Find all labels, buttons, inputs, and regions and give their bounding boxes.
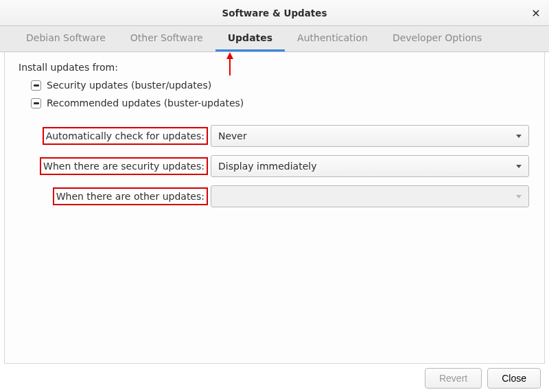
titlebar: Software & Updates ✕ (0, 0, 549, 26)
checkbox-security-updates[interactable]: Security updates (buster/updates) (31, 80, 530, 91)
chevron-down-icon (516, 135, 522, 138)
other-updates-label: When there are other updates: (19, 187, 211, 205)
security-updates-value: Display immediately (218, 161, 316, 172)
checkbox-recommended-updates[interactable]: Recommended updates (buster-updates) (31, 97, 530, 108)
close-icon[interactable]: ✕ (530, 7, 542, 19)
footer: Revert Close (0, 364, 549, 392)
chevron-down-icon (516, 165, 522, 168)
install-from-label: Install updates from: (19, 62, 530, 73)
auto-check-dropdown[interactable]: Never (211, 125, 529, 147)
auto-check-value: Never (218, 130, 247, 141)
checkbox-security-label: Security updates (buster/updates) (47, 80, 211, 91)
chevron-down-icon (516, 195, 522, 198)
tabbar: Debian Software Other Software Updates A… (0, 26, 549, 52)
tab-authentication[interactable]: Authentication (285, 25, 380, 51)
checkbox-recommended-label: Recommended updates (buster-updates) (47, 97, 244, 108)
tab-updates[interactable]: Updates (215, 25, 285, 51)
content-pane: Install updates from: Security updates (… (4, 52, 545, 364)
annotation-arrow-icon (224, 52, 235, 77)
checkbox-indeterminate-icon (31, 98, 41, 108)
security-updates-dropdown[interactable]: Display immediately (211, 155, 529, 177)
security-updates-label: When there are security updates: (19, 157, 211, 175)
auto-check-label: Automatically check for updates: (19, 127, 211, 145)
close-button[interactable]: Close (487, 368, 541, 389)
tab-debian-software[interactable]: Debian Software (14, 25, 118, 51)
tab-other-software[interactable]: Other Software (118, 25, 215, 51)
other-updates-dropdown (211, 185, 529, 207)
svg-marker-1 (226, 52, 233, 59)
revert-button: Revert (425, 368, 482, 389)
checkbox-indeterminate-icon (31, 80, 41, 91)
options-grid: Automatically check for updates: Never W… (19, 125, 529, 207)
window-title: Software & Updates (222, 8, 327, 19)
tab-developer-options[interactable]: Developer Options (380, 25, 494, 51)
